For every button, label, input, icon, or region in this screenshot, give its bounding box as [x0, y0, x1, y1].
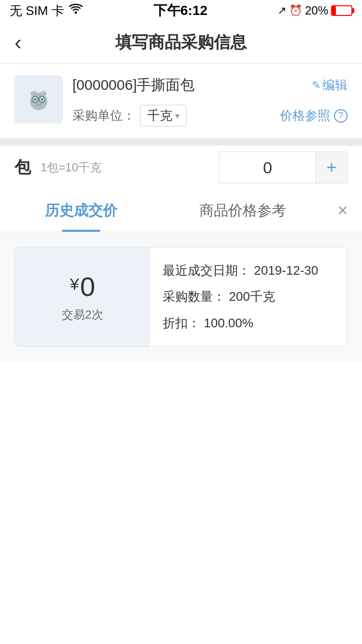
- currency-symbol: ¥: [70, 275, 79, 294]
- chevron-down-icon: ▾: [175, 111, 180, 121]
- status-carrier: 无 SIM 卡: [10, 2, 84, 19]
- transactions-count: 交易2次: [62, 307, 103, 322]
- battery-icon: [331, 5, 352, 16]
- status-icons: ↗ ⏰ 20%: [278, 4, 352, 17]
- tab-bar: 历史成交价 商品价格参考 ×: [0, 189, 362, 232]
- product-name: [0000006]手撕面包: [72, 75, 195, 95]
- svg-point-9: [40, 91, 47, 96]
- edit-button[interactable]: ✎ 编辑: [312, 77, 348, 94]
- svg-point-7: [41, 98, 43, 101]
- price-card-right: 最近成交日期： 2019-12-30 采购数量： 200千克 折扣： 100.0…: [150, 247, 347, 346]
- battery-percent: 20%: [305, 4, 328, 17]
- product-image: [14, 75, 63, 124]
- quantity-row-detail: 采购数量： 200千克: [163, 288, 334, 305]
- unit-select[interactable]: 千克 ▾: [140, 105, 187, 126]
- price-value: 0: [80, 271, 95, 302]
- no-sim-text: 无 SIM 卡: [10, 2, 64, 19]
- unit-label: 采购单位：: [72, 107, 135, 124]
- svg-point-6: [34, 98, 37, 101]
- quantity-input[interactable]: [219, 152, 316, 183]
- tab-product-label: 商品价格参考: [199, 201, 286, 221]
- status-bar: 无 SIM 卡 下午6:12 ↗ ⏰ 20%: [0, 0, 362, 21]
- nav-bar: ‹ 填写商品采购信息: [0, 21, 362, 64]
- discount-row: 折扣： 100.00%: [163, 314, 334, 332]
- plus-button[interactable]: +: [316, 152, 348, 183]
- svg-point-8: [30, 91, 37, 96]
- location-icon: ↗: [278, 4, 286, 17]
- price-amount: ¥ 0: [70, 271, 95, 302]
- edit-icon: ✎: [312, 79, 320, 92]
- page-title: 填写商品采购信息: [115, 31, 247, 54]
- product-info: [0000006]手撕面包 ✎ 编辑 采购单位： 千克 ▾ 价格参照: [72, 75, 348, 126]
- recent-date-row: 最近成交日期： 2019-12-30: [163, 262, 334, 279]
- quantity-row: 包 1包=10千克 +: [0, 146, 362, 189]
- question-icon: ?: [334, 109, 348, 123]
- tab-close-button[interactable]: ×: [323, 189, 362, 232]
- price-card-left: ¥ 0 交易2次: [15, 247, 150, 346]
- price-card: ¥ 0 交易2次 最近成交日期： 2019-12-30 采购数量： 200千克 …: [14, 247, 348, 347]
- back-button[interactable]: ‹: [14, 32, 22, 53]
- quantity-value: 200千克: [229, 289, 275, 304]
- price-reference-button[interactable]: 价格参照 ?: [280, 107, 348, 124]
- unit-hint: 1包=10千克: [41, 160, 101, 175]
- tab-history-price[interactable]: 历史成交价: [0, 189, 162, 232]
- wifi-icon: [68, 3, 84, 18]
- tab-product-price[interactable]: 商品价格参考: [162, 189, 323, 232]
- recent-date-label: 最近成交日期：: [163, 263, 251, 278]
- tab-history-label: 历史成交价: [45, 201, 117, 221]
- tab-panel: 历史成交价 商品价格参考 × ¥ 0 交易2次 最近成交日期： 2019-12-…: [0, 189, 362, 361]
- page-rest: [0, 361, 362, 644]
- unit-value: 千克: [147, 107, 172, 124]
- product-card: [0000006]手撕面包 ✎ 编辑 采购单位： 千克 ▾ 价格参照: [0, 64, 362, 138]
- section-divider: [0, 138, 362, 146]
- status-time: 下午6:12: [153, 1, 208, 20]
- discount-label: 折扣：: [163, 316, 200, 330]
- price-ref-label: 价格参照: [280, 107, 330, 124]
- unit-tag: 包: [14, 156, 31, 179]
- quantity-label: 采购数量：: [163, 289, 225, 304]
- quantity-controls: +: [219, 152, 348, 183]
- price-card-wrapper: ¥ 0 交易2次 最近成交日期： 2019-12-30 采购数量： 200千克 …: [0, 232, 362, 361]
- alarm-icon: ⏰: [289, 4, 302, 17]
- recent-date-value: 2019-12-30: [254, 263, 318, 278]
- svg-point-0: [74, 11, 77, 14]
- discount-value: 100.00%: [204, 316, 253, 330]
- edit-label: 编辑: [322, 77, 348, 94]
